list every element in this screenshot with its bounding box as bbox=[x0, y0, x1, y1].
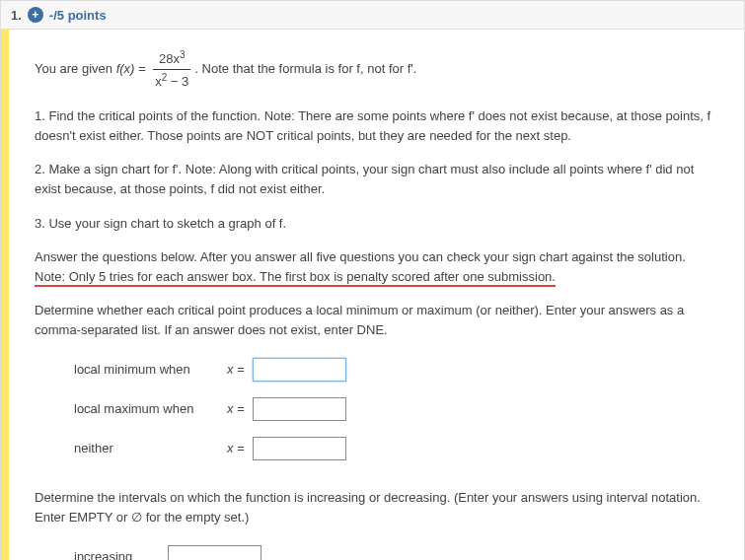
step-3: 3. Use your sign chart to sketch a graph… bbox=[35, 214, 718, 234]
answer-intro: Answer the questions below. After you an… bbox=[35, 247, 718, 287]
label-local-max: local maximum when bbox=[74, 399, 227, 419]
tries-note: Note: Only 5 tries for each answer box. … bbox=[35, 269, 556, 287]
question-number: 1. bbox=[11, 8, 22, 23]
xeq-localmax: x = bbox=[227, 399, 245, 419]
input-local-max[interactable] bbox=[253, 397, 346, 421]
row-local-max: local maximum when x = bbox=[74, 397, 718, 421]
row-neither: neither x = bbox=[74, 437, 718, 460]
formula-suffix: . Note that the formula is for f, not fo… bbox=[194, 61, 416, 76]
xeq-localmin: x = bbox=[227, 360, 245, 380]
fraction: 28x3 x2 − 3 bbox=[153, 47, 190, 93]
row-increasing: increasing bbox=[74, 545, 718, 560]
points-label: -/5 points bbox=[49, 8, 107, 23]
label-local-min: local minimum when bbox=[74, 360, 227, 380]
expand-icon[interactable]: + bbox=[28, 7, 43, 23]
label-increasing: increasing bbox=[74, 547, 168, 560]
critical-answers: local minimum when x = local maximum whe… bbox=[35, 354, 718, 488]
label-neither: neither bbox=[74, 439, 227, 458]
question-header: 1. + -/5 points bbox=[1, 1, 744, 30]
fx-label: f(x) = bbox=[116, 61, 150, 76]
side-tab bbox=[1, 30, 9, 560]
interval-prompt: Determine the intervals on which the fun… bbox=[35, 488, 718, 527]
step-2: 2. Make a sign chart for f'. Note: Along… bbox=[35, 160, 718, 199]
input-increasing[interactable] bbox=[168, 545, 261, 560]
row-local-min: local minimum when x = bbox=[74, 358, 718, 382]
input-neither[interactable] bbox=[253, 437, 346, 460]
xeq-neither: x = bbox=[227, 439, 245, 458]
formula-prefix: You are given bbox=[35, 61, 116, 76]
interval-answers: increasing decreasing bbox=[35, 541, 718, 560]
step-1: 1. Find the critical points of the funct… bbox=[35, 106, 718, 146]
formula-line: You are given f(x) = 28x3 x2 − 3 . Note … bbox=[35, 47, 718, 93]
input-local-min[interactable] bbox=[253, 358, 346, 382]
critical-prompt: Determine whether each critical point pr… bbox=[35, 301, 718, 340]
